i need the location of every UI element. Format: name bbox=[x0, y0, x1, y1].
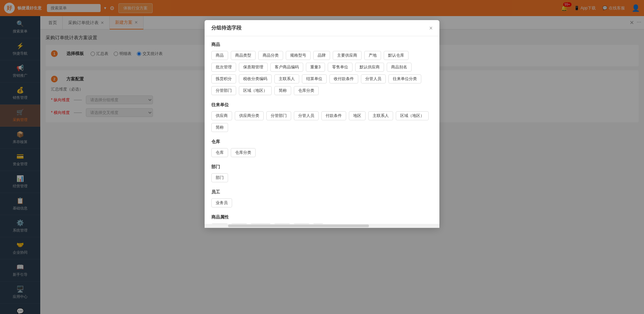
field-tag-1-1[interactable]: 供应商分类 bbox=[235, 111, 264, 120]
field-section-4: 员工业务员 bbox=[211, 189, 433, 207]
field-tag-0-7[interactable]: 默认仓库 bbox=[384, 51, 409, 60]
field-tag-1-8[interactable]: 简称 bbox=[211, 123, 228, 132]
field-tag-1-2[interactable]: 分管部门 bbox=[266, 111, 291, 120]
field-tags-0: 商品商品类型商品分类规格型号品牌主要供应商产地默认仓库批次管理保质期管理客户商品… bbox=[211, 51, 433, 95]
field-section-title-0: 商品 bbox=[211, 42, 433, 48]
field-tag-0-14[interactable]: 商品别名 bbox=[387, 63, 412, 72]
field-tag-1-3[interactable]: 分管人员 bbox=[294, 111, 319, 120]
field-tag-0-18[interactable]: 结算单位 bbox=[302, 74, 327, 83]
modal-overlay: 分组待选字段 × 商品商品商品类型商品分类规格型号品牌主要供应商产地默认仓库批次… bbox=[0, 0, 644, 314]
field-tag-0-25[interactable]: 仓库分类 bbox=[294, 86, 319, 95]
modal-title: 分组待选字段 bbox=[211, 25, 241, 31]
field-tag-0-15[interactable]: 拣货积分 bbox=[211, 74, 236, 83]
field-section-title-3: 部门 bbox=[211, 164, 433, 170]
horizontal-scrollbar[interactable] bbox=[205, 224, 439, 228]
field-tag-1-7[interactable]: 区域（地区） bbox=[396, 111, 429, 120]
field-section-2: 仓库仓库仓库分类 bbox=[211, 139, 433, 157]
field-tag-0-20[interactable]: 分管人员 bbox=[361, 74, 386, 83]
field-tag-1-4[interactable]: 付款条件 bbox=[321, 111, 346, 120]
field-section-title-4: 员工 bbox=[211, 189, 433, 195]
field-tag-0-3[interactable]: 规格型号 bbox=[286, 51, 311, 60]
field-tags-3: 部门 bbox=[211, 173, 433, 182]
field-tag-0-9[interactable]: 保质期管理 bbox=[239, 63, 268, 72]
field-tag-0-11[interactable]: 重量3 bbox=[306, 63, 325, 72]
field-tag-0-0[interactable]: 商品 bbox=[211, 51, 228, 60]
field-section-0: 商品商品商品类型商品分类规格型号品牌主要供应商产地默认仓库批次管理保质期管理客户… bbox=[211, 42, 433, 95]
field-tag-0-16[interactable]: 税收分类编码 bbox=[239, 74, 272, 83]
modal-header: 分组待选字段 × bbox=[205, 20, 439, 36]
field-tag-0-17[interactable]: 主联系人 bbox=[274, 74, 299, 83]
field-tag-2-0[interactable]: 仓库 bbox=[211, 148, 228, 157]
modal-body[interactable]: 商品商品商品类型商品分类规格型号品牌主要供应商产地默认仓库批次管理保质期管理客户… bbox=[205, 36, 439, 224]
field-tag-0-23[interactable]: 区域（地区） bbox=[239, 86, 272, 95]
field-section-1: 往来单位供应商供应商分类分管部门分管人员付款条件地区主联系人区域（地区）简称 bbox=[211, 102, 433, 132]
field-section-5: 商品属性属性颜色多规格尺码鞋码1 bbox=[211, 214, 433, 224]
field-tag-2-1[interactable]: 仓库分类 bbox=[231, 148, 256, 157]
field-tag-4-0[interactable]: 业务员 bbox=[211, 198, 232, 207]
field-tag-0-12[interactable]: 零售单位 bbox=[328, 63, 353, 72]
field-tag-0-5[interactable]: 主要供应商 bbox=[333, 51, 362, 60]
field-tags-1: 供应商供应商分类分管部门分管人员付款条件地区主联系人区域（地区）简称 bbox=[211, 111, 433, 132]
field-tag-1-5[interactable]: 地区 bbox=[349, 111, 366, 120]
field-section-title-2: 仓库 bbox=[211, 139, 433, 145]
field-tag-0-8[interactable]: 批次管理 bbox=[211, 63, 236, 72]
field-tag-0-19[interactable]: 收付款条件 bbox=[329, 74, 358, 83]
field-tag-1-0[interactable]: 供应商 bbox=[211, 111, 232, 120]
field-tag-0-13[interactable]: 默认供应商 bbox=[355, 63, 384, 72]
field-tag-0-1[interactable]: 商品类型 bbox=[231, 51, 256, 60]
field-tag-0-6[interactable]: 产地 bbox=[364, 51, 381, 60]
scrollbar-thumb[interactable] bbox=[228, 225, 369, 227]
field-tag-1-6[interactable]: 主联系人 bbox=[368, 111, 393, 120]
field-tag-0-24[interactable]: 简称 bbox=[274, 86, 291, 95]
modal-dialog: 分组待选字段 × 商品商品商品类型商品分类规格型号品牌主要供应商产地默认仓库批次… bbox=[205, 20, 439, 228]
field-tag-0-21[interactable]: 往来单位分类 bbox=[388, 74, 421, 83]
field-section-title-5: 商品属性 bbox=[211, 214, 433, 220]
modal-close-button[interactable]: × bbox=[429, 25, 433, 31]
field-section-title-1: 往来单位 bbox=[211, 102, 433, 108]
field-tags-4: 业务员 bbox=[211, 198, 433, 207]
field-tag-3-0[interactable]: 部门 bbox=[211, 173, 228, 182]
field-tag-0-22[interactable]: 分管部门 bbox=[211, 86, 236, 95]
field-tag-0-10[interactable]: 客户商品编码 bbox=[270, 63, 303, 72]
field-tag-0-4[interactable]: 品牌 bbox=[313, 51, 330, 60]
field-section-3: 部门部门 bbox=[211, 164, 433, 182]
field-tags-2: 仓库仓库分类 bbox=[211, 148, 433, 157]
field-tag-0-2[interactable]: 商品分类 bbox=[258, 51, 283, 60]
